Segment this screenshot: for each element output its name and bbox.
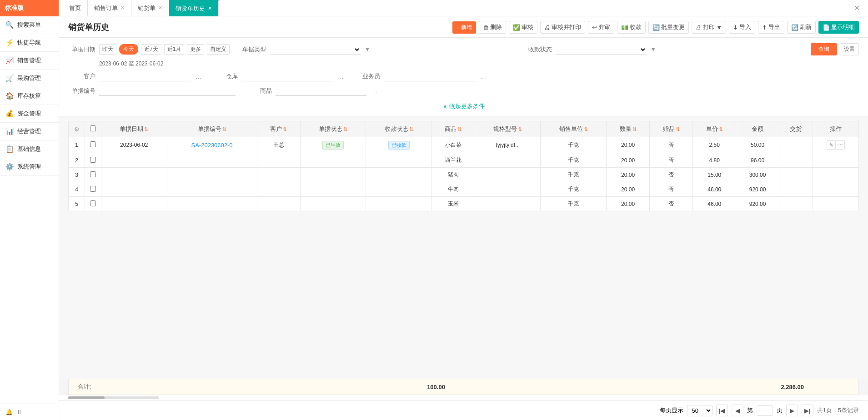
cell-spec: tyjyjtyjdf... bbox=[475, 137, 541, 153]
customer-input[interactable] bbox=[99, 71, 190, 81]
cell-product: 玉米 bbox=[431, 197, 475, 211]
th-doc-status[interactable]: 单据状态 ⇅ bbox=[300, 121, 366, 137]
next-page-button[interactable]: ▶ bbox=[786, 405, 798, 416]
page-number-input[interactable]: 1 bbox=[757, 405, 773, 416]
delete-button[interactable]: 🗑 删除 bbox=[479, 21, 506, 34]
cell-checkbox[interactable] bbox=[85, 182, 101, 197]
refresh-button[interactable]: 🔃 刷新 bbox=[787, 21, 816, 34]
tab-sales-order-close[interactable]: ✕ bbox=[120, 5, 125, 11]
first-page-button[interactable]: |◀ bbox=[716, 405, 728, 416]
table-settings-icon[interactable]: ⚙ bbox=[74, 126, 80, 133]
tab-home[interactable]: 首页 bbox=[63, 0, 88, 16]
th-doc-no[interactable]: 单据编号 ⇅ bbox=[167, 121, 257, 137]
cell-checkbox[interactable] bbox=[85, 197, 101, 211]
doc-no-input[interactable] bbox=[99, 86, 236, 96]
th-product[interactable]: 商品 ⇅ bbox=[431, 121, 475, 137]
th-gift-sort: ⇅ bbox=[676, 126, 680, 132]
row-checkbox[interactable] bbox=[90, 171, 96, 177]
search-area: 单据日期 昨天 今天 近7天 近1月 更多 自定义 单据类型 ▼ bbox=[59, 38, 868, 116]
select-all-checkbox[interactable] bbox=[90, 125, 96, 131]
cell-product: 西兰花 bbox=[431, 153, 475, 168]
window-close-button[interactable]: ✕ bbox=[849, 4, 864, 12]
sidebar-item-basic-info[interactable]: 📋 基础信息 bbox=[0, 140, 59, 158]
collect-status-select[interactable] bbox=[556, 44, 647, 55]
horizontal-scrollbar-track[interactable] bbox=[68, 396, 159, 399]
prev-page-button[interactable]: ◀ bbox=[732, 405, 743, 416]
abandon-button[interactable]: ↩ 弃审 bbox=[588, 21, 614, 34]
query-button[interactable]: 查询 bbox=[811, 43, 837, 55]
cell-action bbox=[813, 197, 859, 211]
salesperson-more-icon[interactable]: … bbox=[480, 73, 486, 80]
date-btn-more[interactable]: 更多 bbox=[187, 44, 204, 55]
tab-sales-order[interactable]: 销售订单 ✕ bbox=[88, 0, 131, 16]
cell-customer bbox=[257, 153, 300, 168]
cell-doc-status: 已生效 bbox=[300, 137, 366, 153]
th-settings[interactable]: ⚙ bbox=[69, 121, 85, 137]
customer-label: 客户 bbox=[68, 72, 95, 80]
th-unit[interactable]: 销售单位 ⇅ bbox=[541, 121, 607, 137]
th-customer[interactable]: 客户 ⇅ bbox=[257, 121, 300, 137]
row-checkbox[interactable] bbox=[90, 200, 96, 206]
new-button[interactable]: + 新增 bbox=[452, 21, 476, 34]
cell-checkbox[interactable] bbox=[85, 168, 101, 182]
tab-sales-delivery[interactable]: 销货单 ✕ bbox=[131, 0, 169, 16]
product-input[interactable] bbox=[276, 86, 366, 96]
date-btn-custom[interactable]: 自定义 bbox=[207, 44, 230, 55]
date-btn-1month[interactable]: 近1月 bbox=[164, 44, 185, 55]
tab-sales-delivery-close[interactable]: ✕ bbox=[158, 5, 162, 11]
bell-icon[interactable]: 🔔 bbox=[5, 409, 13, 415]
row-edit-button[interactable]: ✎ bbox=[827, 140, 836, 150]
show-detail-button[interactable]: 📄 显示明细 bbox=[818, 21, 859, 34]
cart-icon: 🛒 bbox=[5, 74, 14, 82]
export-button[interactable]: ⬆ 导出 bbox=[758, 21, 784, 34]
sidebar-item-quick-nav[interactable]: ⚡ 快捷导航 bbox=[0, 34, 59, 52]
th-unit-price[interactable]: 单价 ⇅ bbox=[693, 121, 736, 137]
sidebar-item-purchase-mgmt[interactable]: 🛒 采购管理 bbox=[0, 70, 59, 87]
row-checkbox[interactable] bbox=[90, 157, 96, 163]
collapse-button[interactable]: ∧ 收起更多条件 bbox=[68, 100, 859, 110]
th-doc-date[interactable]: 单据日期 ⇅ bbox=[101, 121, 167, 137]
row-checkbox[interactable] bbox=[90, 141, 96, 147]
import-button[interactable]: ⬇ 导入 bbox=[729, 21, 755, 34]
settings-button[interactable]: 设置 bbox=[840, 43, 859, 55]
cell-checkbox[interactable] bbox=[85, 153, 101, 168]
sidebar-item-inventory[interactable]: 🏠 库存核算 bbox=[0, 87, 59, 105]
sidebar-item-finance[interactable]: 💰 资金管理 bbox=[0, 105, 59, 123]
page-size-select[interactable]: 50 100 200 bbox=[687, 405, 712, 416]
salesperson-input[interactable] bbox=[384, 71, 475, 81]
product-more-icon[interactable]: … bbox=[372, 88, 378, 95]
row-more-button[interactable]: ⋯ bbox=[836, 140, 845, 150]
audit-print-button[interactable]: 🖨 审核并打印 bbox=[540, 21, 585, 34]
th-gift[interactable]: 赠品 ⇅ bbox=[650, 121, 693, 137]
last-page-button[interactable]: ▶| bbox=[802, 405, 813, 416]
sidebar-item-label: 快捷导航 bbox=[17, 39, 41, 47]
doc-no-link[interactable]: SA-20230602-0 bbox=[191, 142, 233, 149]
sidebar-item-operations[interactable]: 📊 经营管理 bbox=[0, 123, 59, 140]
th-spec[interactable]: 规格型号 ⇅ bbox=[475, 121, 541, 137]
date-btn-today[interactable]: 今天 bbox=[119, 44, 138, 55]
collect-button[interactable]: 💵 收款 bbox=[617, 21, 646, 34]
print-button[interactable]: 🖨 打印 ▼ bbox=[692, 21, 726, 34]
audit-button[interactable]: ✅ 审核 bbox=[509, 21, 537, 34]
tab-sales-history[interactable]: 销货单历史 ✕ bbox=[169, 0, 219, 16]
sidebar-item-sys-mgmt[interactable]: ⚙️ 系统管理 bbox=[0, 158, 59, 176]
pause-icon[interactable]: ⏸ bbox=[16, 409, 22, 415]
horizontal-scrollbar-thumb[interactable] bbox=[68, 396, 105, 399]
customer-more-icon[interactable]: … bbox=[196, 73, 201, 80]
th-unit-price-label: 单价 bbox=[706, 125, 718, 133]
batch-change-button[interactable]: 🔄 批量变更 bbox=[648, 21, 689, 34]
row-checkbox[interactable] bbox=[90, 186, 96, 192]
th-qty[interactable]: 数量 ⇅ bbox=[607, 121, 650, 137]
th-collect-status[interactable]: 收款状态 ⇅ bbox=[366, 121, 432, 137]
cell-action: ✎⋯ bbox=[813, 137, 859, 153]
date-btn-7days[interactable]: 近7天 bbox=[141, 44, 161, 55]
doc-type-select[interactable] bbox=[270, 44, 361, 55]
cell-checkbox[interactable] bbox=[85, 137, 101, 153]
tab-sales-history-close[interactable]: ✕ bbox=[208, 5, 212, 11]
sidebar-item-search-menu[interactable]: 🔍 搜索菜单 bbox=[0, 16, 59, 34]
sidebar-item-sales-mgmt[interactable]: 📈 销售管理 bbox=[0, 52, 59, 70]
th-collect-status-sort: ⇅ bbox=[409, 126, 413, 132]
date-btn-yesterday[interactable]: 昨天 bbox=[99, 44, 116, 55]
warehouse-input[interactable] bbox=[241, 71, 332, 81]
warehouse-more-icon[interactable]: … bbox=[338, 73, 344, 80]
